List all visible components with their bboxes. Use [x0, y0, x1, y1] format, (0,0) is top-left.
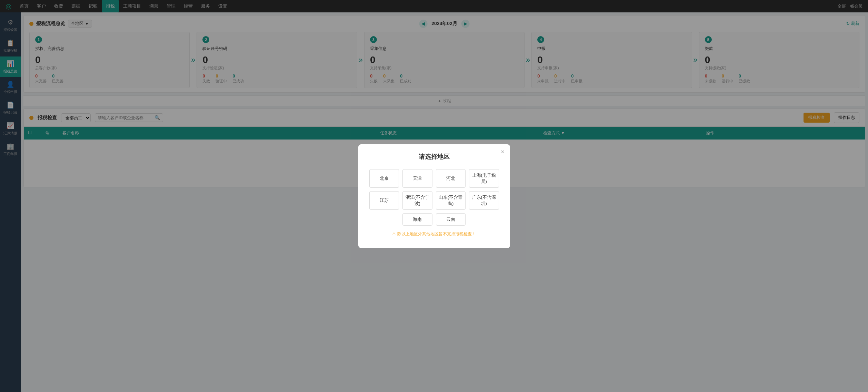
region-btn-6[interactable]: 山东(不含青岛): [436, 191, 466, 210]
region-row-2: 江苏浙江(不含宁波)山东(不含青岛)广东(不含深圳): [369, 191, 499, 210]
region-btn-4[interactable]: 江苏: [369, 191, 399, 210]
region-btn-3[interactable]: 上海(电子税局): [469, 169, 499, 188]
region-btn-7[interactable]: 广东(不含深圳): [469, 191, 499, 210]
modal-title: 请选择地区: [369, 153, 499, 161]
region-row-1: 北京天津河北上海(电子税局): [369, 169, 499, 188]
modal-overlay[interactable]: × 请选择地区 北京天津河北上海(电子税局)江苏浙江(不含宁波)山东(不含青岛)…: [0, 0, 868, 392]
region-select-modal: × 请选择地区 北京天津河北上海(电子税局)江苏浙江(不含宁波)山东(不含青岛)…: [358, 144, 510, 248]
region-buttons-grid: 北京天津河北上海(电子税局)江苏浙江(不含宁波)山东(不含青岛)广东(不含深圳)…: [369, 169, 499, 226]
region-btn-1[interactable]: 天津: [402, 169, 432, 188]
region-btn-5[interactable]: 浙江(不含宁波): [402, 191, 432, 210]
warning-icon: ⚠: [392, 231, 396, 236]
region-row-3: 海南云南: [369, 213, 499, 226]
region-btn-0[interactable]: 北京: [369, 169, 399, 188]
region-btn-9[interactable]: 云南: [436, 213, 466, 226]
note-text: 除以上地区外其他地区暂不支持报税检查！: [397, 231, 476, 237]
region-btn-2[interactable]: 河北: [436, 169, 466, 188]
region-btn-8[interactable]: 海南: [402, 213, 432, 226]
modal-close-btn[interactable]: ×: [501, 148, 505, 156]
modal-note: ⚠ 除以上地区外其他地区暂不支持报税检查！: [369, 231, 499, 237]
